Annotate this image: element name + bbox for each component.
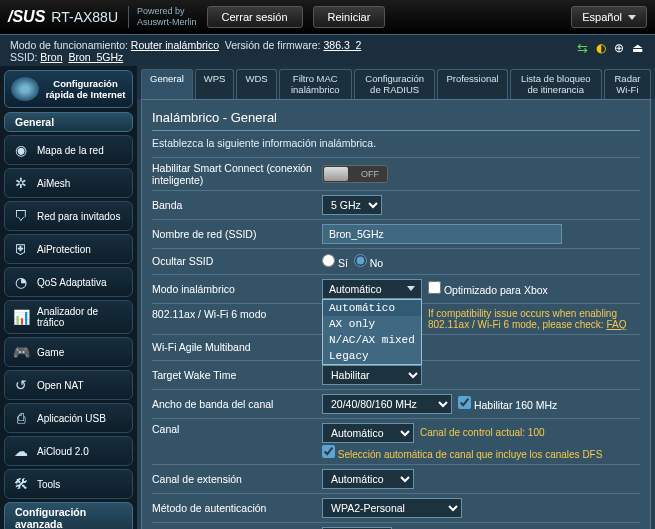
tab-professional[interactable]: Professional (437, 69, 507, 99)
tab-wifiradar[interactable]: Radar Wi-Fi (604, 69, 651, 99)
channel-select[interactable]: Automático (322, 423, 414, 443)
op-mode-link[interactable]: Router inalámbrico (131, 39, 219, 51)
guest-icon: ⛉ (11, 207, 31, 225)
label-band: Banda (152, 199, 322, 211)
sidebar: Configuración rápida de Internet General… (0, 66, 137, 529)
auth-select[interactable]: WPA2-Personal (322, 498, 462, 518)
xbox-optimize-check[interactable] (428, 281, 441, 294)
nav-network-map[interactable]: ◉Mapa de la red (4, 135, 133, 165)
top-bar: /SUS RT-AX88U Powered by Asuswrt-Merlin … (0, 0, 655, 35)
globe-setup-icon (11, 77, 39, 101)
info-bar: Modo de funcionamiento: Router inalámbri… (0, 35, 655, 66)
tab-wds[interactable]: WDS (236, 69, 276, 99)
label-smartconnect: Habilitar Smart Connect (conexión inteli… (152, 162, 322, 186)
status-icons: ⇆ ◐ ⊕ ⏏ (577, 41, 643, 56)
gauge-icon: ◔ (11, 273, 31, 291)
tools-icon: 🛠 (11, 475, 31, 493)
reboot-button[interactable]: Reiniciar (313, 6, 386, 28)
globe-icon: ⊕ (614, 41, 624, 56)
label-bandwidth: Ancho de banda del canal (152, 398, 322, 410)
game-icon: 🎮 (11, 343, 31, 361)
wireless-mode-options: Automático AX only N/AC/AX mixed Legacy (322, 299, 422, 365)
tab-wps[interactable]: WPS (195, 69, 235, 99)
hide-ssid-yes[interactable] (322, 254, 335, 267)
brand-logo: /SUS (8, 8, 45, 26)
nav-traffic[interactable]: 📊Analizador de tráfico (4, 300, 133, 334)
model-name: RT-AX88U (51, 9, 118, 25)
panel-desc: Establezca la siguiente información inal… (152, 137, 640, 149)
nav-guest[interactable]: ⛉Red para invitados (4, 201, 133, 231)
chevron-down-icon (407, 286, 415, 291)
hide-ssid-no[interactable] (354, 254, 367, 267)
label-wireless-mode: Modo inalámbrico (152, 283, 322, 295)
usb-icon: ⏏ (632, 41, 643, 56)
mode-option-legacy[interactable]: Legacy (323, 348, 421, 364)
label-agile: Wi-Fi Agile Multiband (152, 341, 322, 353)
nav-aimesh[interactable]: ✲AiMesh (4, 168, 133, 198)
faq-link[interactable]: FAQ (606, 319, 626, 330)
nat-icon: ↺ (11, 376, 31, 394)
ssid-2g: Bron (40, 51, 62, 63)
quick-setup-button[interactable]: Configuración rápida de Internet (4, 70, 133, 108)
nav-aicloud[interactable]: ☁AiCloud 2.0 (4, 436, 133, 466)
powered-by: Powered by Asuswrt-Merlin (128, 6, 197, 28)
tab-macfilter[interactable]: Filtro MAC inalámbrico (279, 69, 352, 99)
nav-aiprotection[interactable]: ⛨AiProtection (4, 234, 133, 264)
band-select[interactable]: 5 GHz (322, 195, 382, 215)
mode-option-mixed[interactable]: N/AC/AX mixed (323, 332, 421, 348)
tab-roaming[interactable]: Lista de bloqueo de itinerancia (510, 69, 602, 99)
nav-tools[interactable]: 🛠Tools (4, 469, 133, 499)
ssid-5g: Bron_5GHz (68, 51, 123, 63)
mesh-icon: ✲ (11, 174, 31, 192)
chart-icon: 📊 (11, 308, 31, 326)
mode-option-auto[interactable]: Automático (323, 300, 421, 316)
ext-channel-select[interactable]: Automático (322, 469, 414, 489)
twt-select[interactable]: Habilitar (322, 365, 422, 385)
dfs-check[interactable] (322, 445, 335, 458)
panel-title: Inalámbrico - General (152, 110, 640, 125)
nav-usb[interactable]: ⎙Aplicación USB (4, 403, 133, 433)
led-icon: ◐ (596, 41, 606, 56)
ssid-input[interactable] (322, 224, 562, 244)
label-hide-ssid: Ocultar SSID (152, 255, 322, 267)
language-select[interactable]: Español (571, 6, 647, 28)
tab-radius[interactable]: Configuración de RADIUS (354, 69, 436, 99)
current-channel-note: Canal de control actual: 100 (420, 427, 545, 438)
shield-icon: ⛨ (11, 240, 31, 258)
mode-option-ax[interactable]: AX only (323, 316, 421, 332)
usb-app-icon: ⎙ (11, 409, 31, 427)
section-advanced: Configuración avanzada (4, 502, 133, 529)
label-auth: Método de autenticación (152, 502, 322, 514)
map-icon: ◉ (11, 141, 31, 159)
wireless-mode-select[interactable]: Automático (322, 279, 422, 299)
smartconnect-toggle[interactable]: OFF (322, 165, 388, 183)
firmware-link[interactable]: 386.3_2 (323, 39, 361, 51)
tab-general[interactable]: General (141, 69, 193, 99)
label-80211ax: 802.11ax / Wi-Fi 6 modo (152, 308, 322, 320)
label-ext-channel: Canal de extensión (152, 473, 322, 485)
label-channel: Canal (152, 423, 322, 435)
content-area: General WPS WDS Filtro MAC inalámbrico C… (137, 66, 655, 529)
nav-opennat[interactable]: ↺Open NAT (4, 370, 133, 400)
cloud-icon: ☁ (11, 442, 31, 460)
tab-bar: General WPS WDS Filtro MAC inalámbrico C… (137, 66, 655, 99)
ax-hint: If compatibility issue occurs when enabl… (428, 308, 640, 330)
chevron-down-icon (628, 15, 636, 20)
enable-160-check[interactable] (458, 396, 471, 409)
logout-button[interactable]: Cerrar sesión (207, 6, 303, 28)
form-panel: Inalámbrico - General Establezca la sigu… (141, 99, 651, 529)
nav-game[interactable]: 🎮Game (4, 337, 133, 367)
label-ssid: Nombre de red (SSID) (152, 228, 322, 240)
label-twt: Target Wake Time (152, 369, 322, 381)
nav-qos[interactable]: ◔QoS Adaptativa (4, 267, 133, 297)
section-general: General (4, 112, 133, 132)
bandwidth-select[interactable]: 20/40/80/160 MHz (322, 394, 452, 414)
wifi-icon: ⇆ (577, 41, 588, 56)
